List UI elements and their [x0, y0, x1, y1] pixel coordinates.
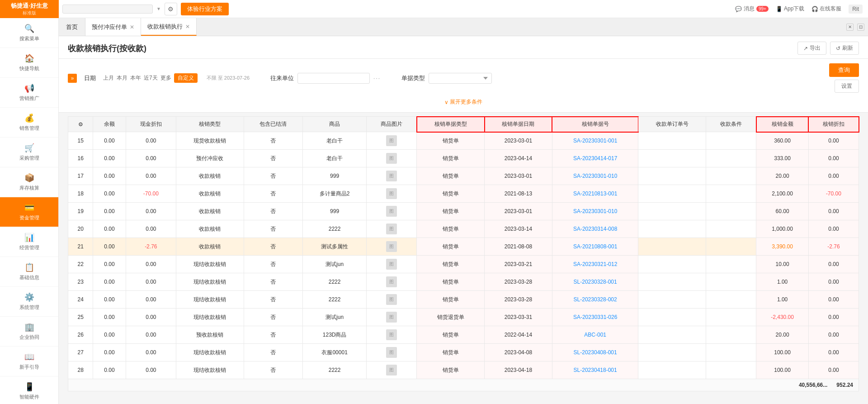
col-goods[interactable]: 商品 [303, 117, 367, 132]
cell-cash-discount: 0.00 [126, 203, 176, 220]
top-bar-left: ▼ ⚙ 体验行业方案 [57, 3, 731, 15]
verify-no-link[interactable]: SA-20230301-010 [573, 208, 617, 214]
cell-verify-no: SA-20230301-010 [552, 203, 638, 220]
cell-receipt-order-no [638, 326, 706, 344]
filter-row-1: » 日期 上月 本月 本年 近7天 更多 自定义 不限 至 2023-07-26 [68, 63, 859, 93]
cell-verify-type: 现货收款核销 [176, 132, 244, 150]
col-receipt-order-no[interactable]: 收款单订单号 [638, 117, 706, 132]
sidebar-item-basic-info[interactable]: 📋 基础信息 [0, 257, 58, 287]
sidebar-item-marketing[interactable]: 📢 营销推广 [0, 78, 58, 108]
sidebar-item-system[interactable]: ⚙️ 系统管理 [0, 287, 58, 317]
verify-no-link[interactable]: SA-20230301-001 [573, 138, 617, 144]
tab-prepay-close[interactable]: ✕ [130, 24, 134, 30]
partner-input[interactable] [297, 73, 370, 84]
col-goods-img[interactable]: 商品图片 [367, 117, 417, 132]
page-content: 收款核销执行(按收款) ↗ 导出 ↺ 刷新 » 日期 [59, 36, 868, 404]
date-more[interactable]: 更多 [160, 74, 171, 82]
col-receipt-condition[interactable]: 收款条件 [706, 117, 756, 132]
settings-button[interactable]: 设置 [835, 80, 859, 93]
message-area[interactable]: 💬 消息 99+ [735, 5, 769, 13]
cell-balance: 0.00 [93, 291, 126, 309]
cell-include-settled: 否 [244, 291, 302, 309]
col-include-settled[interactable]: 包含已结清 [244, 117, 302, 132]
voucher-type-select[interactable] [429, 73, 492, 84]
date-cur-month[interactable]: 本月 [117, 74, 127, 82]
verify-no-link[interactable]: SA-20210808-001 [573, 243, 617, 250]
expand-label: 展开更多条件 [450, 98, 482, 106]
col-verify-discount[interactable]: 核销折扣 [808, 117, 859, 132]
sidebar-item-search-menu[interactable]: 🔍 搜索菜单 [0, 18, 58, 48]
col-verify-amount[interactable]: 核销金额 [756, 117, 808, 132]
query-button[interactable]: 查询 [829, 63, 859, 77]
toggle-filter-button[interactable]: » [68, 74, 77, 83]
app-download[interactable]: 📱 App下载 [776, 5, 804, 13]
verify-no-link[interactable]: SA-20230331-026 [573, 314, 617, 320]
date-prev-month[interactable]: 上月 [103, 74, 114, 82]
dropdown-arrow-icon[interactable]: ▼ [156, 6, 161, 11]
cell-verify-date: 2023-03-21 [485, 256, 552, 273]
sidebar-item-label: 采购管理 [19, 155, 39, 162]
expand-more-button[interactable]: ∨ 展开更多条件 [444, 98, 482, 106]
col-verify-date[interactable]: 核销单据日期 [485, 117, 552, 132]
gear-button[interactable]: ⚙ [165, 3, 177, 15]
tab-receipt-verify-close[interactable]: ✕ [185, 24, 190, 30]
cell-goods: 老白干 [303, 150, 367, 167]
col-cash-discount[interactable]: 现金折扣 [126, 117, 176, 132]
address-bar[interactable] [62, 5, 153, 14]
verify-no-link[interactable]: SL-20230418-001 [574, 367, 617, 373]
table-container[interactable]: ⚙ 余额 现金折扣 核销类型 包含已结清 商品 商品图片 核销单据类型 核销单据… [59, 113, 868, 404]
user-area[interactable]: Rit [849, 5, 863, 14]
verify-no-link[interactable]: SL-20230328-001 [574, 279, 617, 285]
sidebar-item-smart-hw[interactable]: 📱 智能硬件 [0, 376, 58, 404]
tab-home[interactable]: 首页 [59, 18, 85, 36]
sidebar-item-label: 销售管理 [19, 125, 39, 132]
sidebar-item-sales[interactable]: 💰 销售管理 [0, 108, 58, 138]
sidebar-item-quick-nav[interactable]: 🏠 快捷导航 [0, 48, 58, 78]
verify-no-link[interactable]: SL-20230328-002 [574, 296, 617, 303]
cell-goods-img: 图 [367, 167, 417, 185]
sidebar-item-purchase[interactable]: 🛒 采购管理 [0, 138, 58, 167]
cell-receipt-order-no [638, 167, 706, 185]
tab-receipt-verify[interactable]: 收款核销执行 ✕ [141, 18, 197, 36]
verify-no-link[interactable]: SA-20230314-008 [573, 226, 617, 232]
col-verify-type[interactable]: 核销类型 [176, 117, 244, 132]
sidebar-item-beginner[interactable]: 📖 新手引导 [0, 347, 58, 376]
partner-dots[interactable]: ··· [373, 75, 381, 81]
cell-no: 28 [68, 361, 93, 379]
cell-receipt-order-no [638, 238, 706, 256]
close-window-btn[interactable]: ✕ [846, 24, 854, 31]
expand-window-btn[interactable]: ⊡ [857, 24, 864, 31]
verify-no-link[interactable]: SA-20230301-010 [573, 173, 617, 179]
table-row: 16 0.00 0.00 预付冲应收 否 老白干 图 销货单 2023-04-1… [68, 150, 859, 167]
cell-include-settled: 否 [244, 220, 302, 238]
sidebar-item-label: 库存核算 [19, 185, 39, 191]
col-settings[interactable]: ⚙ [68, 117, 93, 132]
verify-no-link[interactable]: SA-20230414-017 [573, 155, 617, 162]
verify-no-link[interactable]: ABC-001 [584, 332, 606, 338]
sidebar-item-label: 新手引导 [19, 364, 39, 371]
verify-no-link[interactable]: SA-20210813-001 [573, 190, 617, 197]
online-service[interactable]: 🎧 在线客服 [811, 5, 841, 13]
cell-no: 25 [68, 309, 93, 326]
verify-no-link[interactable]: SA-20230321-012 [573, 261, 617, 267]
sidebar-item-enterprise[interactable]: 🏢 企业协同 [0, 317, 58, 347]
sidebar-item-finance[interactable]: 💳 资金管理 [0, 197, 58, 227]
verify-no-link[interactable]: SL-20230408-001 [574, 349, 617, 356]
sidebar-item-operations[interactable]: 📊 经营管理 [0, 227, 58, 257]
date-cur-year[interactable]: 本年 [130, 74, 141, 82]
col-verify-no[interactable]: 核销单据号 [552, 117, 638, 132]
date-7days[interactable]: 近7天 [144, 74, 158, 82]
cell-goods-img: 图 [367, 203, 417, 220]
export-button[interactable]: ↗ 导出 [797, 42, 826, 55]
cell-cash-discount: 0.00 [126, 291, 176, 309]
col-balance[interactable]: 余额 [93, 117, 126, 132]
refresh-label: 刷新 [842, 44, 853, 52]
sidebar-item-inventory[interactable]: 📦 库存核算 [0, 167, 58, 197]
cell-verify-type: 收款核销 [176, 203, 244, 220]
col-verify-voucher-type[interactable]: 核销单据类型 [417, 117, 485, 132]
trial-button[interactable]: 体验行业方案 [181, 3, 229, 15]
tab-prepay[interactable]: 预付冲应付单 ✕ [85, 18, 141, 36]
refresh-button[interactable]: ↺ 刷新 [830, 42, 859, 55]
cell-verify-discount: 0.00 [808, 220, 859, 238]
date-custom-button[interactable]: 自定义 [174, 73, 198, 83]
